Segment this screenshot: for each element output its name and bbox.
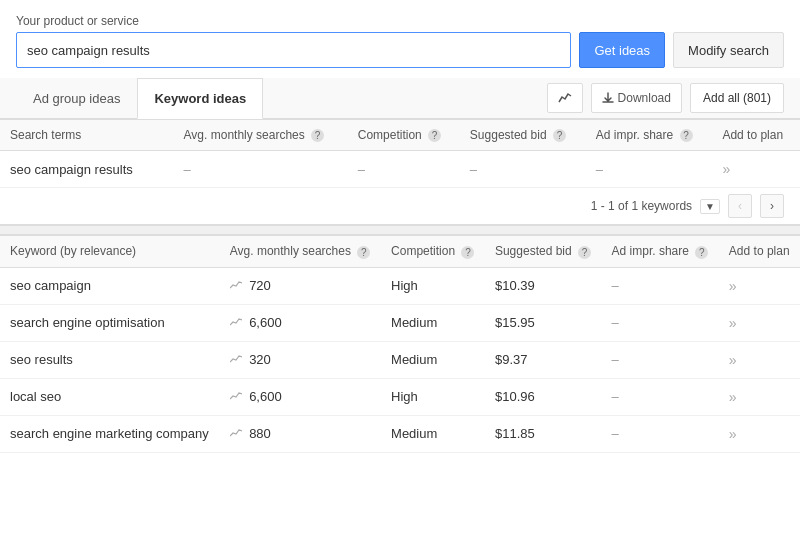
download-icon — [602, 92, 614, 104]
trend-icon — [230, 317, 242, 327]
keyword-bid: $10.96 — [485, 378, 602, 415]
tabs-left: Ad group ideas Keyword ideas — [16, 78, 263, 118]
search-terms-section: Search terms Avg. monthly searches ? Com… — [0, 119, 800, 188]
keyword-impr: – — [602, 304, 719, 341]
search-term-row-0: seo campaign results – – – – » — [0, 151, 800, 188]
trend-icon — [230, 280, 242, 290]
trend-icon — [230, 354, 242, 364]
help-icon-impr-ki[interactable]: ? — [695, 246, 708, 259]
col-suggested-bid-ki: Suggested bid ? — [485, 236, 602, 267]
help-icon-avg-monthly-ki[interactable]: ? — [357, 246, 370, 259]
pagination-prev[interactable]: ‹ — [728, 194, 752, 218]
col-avg-monthly-ki: Avg. monthly searches ? — [220, 236, 381, 267]
search-input[interactable] — [16, 32, 571, 68]
col-search-terms: Search terms — [0, 120, 174, 151]
col-ad-impr-st: Ad impr. share ? — [586, 120, 713, 151]
keyword-competition: High — [381, 378, 485, 415]
top-section: Your product or service Get ideas Modify… — [0, 0, 800, 78]
help-icon-avg-monthly[interactable]: ? — [311, 129, 324, 142]
keyword-bid: $10.39 — [485, 267, 602, 304]
keyword-impr: – — [602, 267, 719, 304]
col-competition-ki: Competition ? — [381, 236, 485, 267]
keyword-ideas-section: Keyword (by relevance) Avg. monthly sear… — [0, 235, 800, 452]
keyword-ideas-table: Keyword (by relevance) Avg. monthly sear… — [0, 235, 800, 452]
keyword-name: search engine optimisation — [0, 304, 220, 341]
keyword-bid: $9.37 — [485, 341, 602, 378]
pagination-text: 1 - 1 of 1 keywords — [591, 199, 692, 213]
keyword-add[interactable]: » — [719, 267, 800, 304]
tab-keyword-ideas[interactable]: Keyword ideas — [137, 78, 263, 119]
section-divider — [0, 225, 800, 235]
keyword-name: local seo — [0, 378, 220, 415]
pagination-dropdown-icon[interactable]: ▼ — [700, 199, 720, 214]
tab-ad-group[interactable]: Ad group ideas — [16, 78, 137, 119]
keyword-avg: 720 — [220, 267, 381, 304]
keyword-row-0: seo campaign 720 High $10.39 – » — [0, 267, 800, 304]
help-icon-ad-impr[interactable]: ? — [680, 129, 693, 142]
search-term-avg: – — [174, 151, 348, 188]
tabs-bar: Ad group ideas Keyword ideas Download Ad… — [0, 78, 800, 119]
pagination-row: 1 - 1 of 1 keywords ▼ ‹ › — [0, 188, 800, 225]
keyword-name: search engine marketing company — [0, 415, 220, 452]
get-ideas-button[interactable]: Get ideas — [579, 32, 665, 68]
modify-search-button[interactable]: Modify search — [673, 32, 784, 68]
keyword-row-2: seo results 320 Medium $9.37 – » — [0, 341, 800, 378]
keyword-impr: – — [602, 378, 719, 415]
search-terms-table: Search terms Avg. monthly searches ? Com… — [0, 119, 800, 188]
search-term-competition: – — [348, 151, 460, 188]
col-add-to-plan-st: Add to plan — [712, 120, 800, 151]
search-term-impr: – — [586, 151, 713, 188]
col-competition-st: Competition ? — [348, 120, 460, 151]
add-all-button[interactable]: Add all (801) — [690, 83, 784, 113]
keyword-name: seo campaign — [0, 267, 220, 304]
keyword-bid: $15.95 — [485, 304, 602, 341]
keyword-add[interactable]: » — [719, 341, 800, 378]
keyword-competition: Medium — [381, 341, 485, 378]
col-avg-monthly-st: Avg. monthly searches ? — [174, 120, 348, 151]
chart-view-button[interactable] — [547, 83, 583, 113]
chart-icon — [558, 91, 572, 105]
keyword-row-1: search engine optimisation 6,600 Medium … — [0, 304, 800, 341]
col-suggested-bid-st: Suggested bid ? — [460, 120, 586, 151]
keyword-bid: $11.85 — [485, 415, 602, 452]
pagination-next[interactable]: › — [760, 194, 784, 218]
keyword-impr: – — [602, 415, 719, 452]
keyword-avg: 880 — [220, 415, 381, 452]
keyword-name: seo results — [0, 341, 220, 378]
search-row: Get ideas Modify search — [16, 32, 784, 68]
download-button[interactable]: Download — [591, 83, 682, 113]
trend-icon — [230, 391, 242, 401]
keyword-avg: 6,600 — [220, 378, 381, 415]
keyword-avg: 6,600 — [220, 304, 381, 341]
trend-icon — [230, 428, 242, 438]
keyword-row-3: local seo 6,600 High $10.96 – » — [0, 378, 800, 415]
help-icon-suggested-bid[interactable]: ? — [553, 129, 566, 142]
tabs-right: Download Add all (801) — [547, 83, 784, 113]
col-keyword-relevance: Keyword (by relevance) — [0, 236, 220, 267]
help-icon-competition[interactable]: ? — [428, 129, 441, 142]
help-icon-bid-ki[interactable]: ? — [578, 246, 591, 259]
search-terms-header-row: Search terms Avg. monthly searches ? Com… — [0, 120, 800, 151]
search-term-keyword: seo campaign results — [0, 151, 174, 188]
keyword-add[interactable]: » — [719, 378, 800, 415]
help-icon-competition-ki[interactable]: ? — [461, 246, 474, 259]
search-term-add[interactable]: » — [712, 151, 800, 188]
keyword-competition: Medium — [381, 415, 485, 452]
keyword-add[interactable]: » — [719, 304, 800, 341]
keyword-row-4: search engine marketing company 880 Medi… — [0, 415, 800, 452]
keyword-ideas-header-row: Keyword (by relevance) Avg. monthly sear… — [0, 236, 800, 267]
search-term-bid: – — [460, 151, 586, 188]
keyword-competition: High — [381, 267, 485, 304]
keyword-add[interactable]: » — [719, 415, 800, 452]
col-add-to-plan-ki: Add to plan — [719, 236, 800, 267]
col-ad-impr-ki: Ad impr. share ? — [602, 236, 719, 267]
keyword-competition: Medium — [381, 304, 485, 341]
keyword-impr: – — [602, 341, 719, 378]
keyword-avg: 320 — [220, 341, 381, 378]
product-label: Your product or service — [16, 14, 784, 28]
